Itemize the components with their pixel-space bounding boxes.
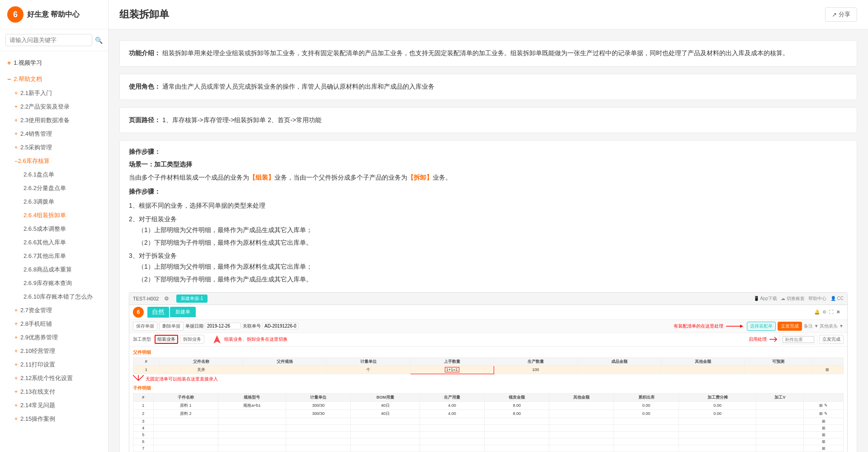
mock-section-label: 父件明细 — [133, 349, 844, 356]
table-row: 7⊞ — [133, 445, 844, 452]
sidebar-item-help-docs[interactable]: − 2.帮助文档 — [0, 72, 108, 86]
annotation4-text: 无固定清单可以组装在这里直接录入 — [146, 376, 218, 382]
main-body: 功能介绍： 组装拆卸单用来处理企业组装或拆卸等加工业务，支持有固定装配清单的产品… — [108, 29, 868, 452]
share-button[interactable]: ↗ 分享 — [825, 7, 857, 22]
sidebar-item-269[interactable]: 2.6.9库存账本查询 — [0, 276, 108, 290]
sidebar-item-214[interactable]: + 2.14常见问题 — [0, 399, 108, 412]
mock-btn-delete[interactable]: 删除单据 — [159, 322, 184, 331]
page-header: 组装拆卸单 ↗ 分享 — [108, 0, 868, 29]
share-icon: ↗ — [832, 11, 837, 18]
mock-type-disassemble[interactable]: 拆卸业务 — [180, 335, 204, 344]
mock-date-input[interactable] — [205, 323, 241, 329]
expand-icon-1: + — [7, 59, 11, 67]
sidebar-item-newbie[interactable]: + 2.1新手入门 — [0, 86, 108, 100]
mock-tab-new[interactable]: 新建单 — [170, 307, 196, 317]
sidebar: 6 好生意 帮助中心 🔍 + 1.视频学习 − 2.帮助文档 + 2.1新手入门 — [0, 0, 108, 452]
browser-right-icons: 📱 App下载 ☁ 切换账套 帮助中心 👤 CC — [754, 295, 844, 302]
sidebar-item-215[interactable]: + 2.15操作案例 — [0, 412, 108, 426]
search-button[interactable]: 🔍 — [95, 37, 103, 44]
steps-section: 操作步骤： 场景一：加工类型选择 当由多个子件材料组装成一个成品的业务为【组装】… — [119, 140, 857, 452]
search-input[interactable] — [5, 34, 92, 46]
mock-btn-save[interactable]: 保存单据 — [133, 322, 157, 331]
plus-icon-213: + — [14, 389, 18, 395]
annotation1-area: 有装配清单的在这里处理 选择装配单 — [674, 322, 776, 331]
browser-id: TEST-H002 — [133, 296, 159, 301]
table-row: 6⊞ — [133, 438, 844, 445]
scene1-title: 场景一：加工类型选择 — [129, 161, 848, 169]
mock-btn-confirm[interactable]: 立发完成 — [778, 322, 802, 331]
plus-icon-210: + — [14, 348, 18, 354]
step2-sub2: （2）下部明细为子件明细，最终作为原材料生成其它出库单。 — [138, 238, 848, 248]
scene1-desc: 当由多个子件材料组装成一个成品的业务为【组装】业务，当由一个父件拆分成多个子产品… — [129, 172, 848, 183]
table-row: 1 原料 1 规格a+b1 300/30 40日 4.00 8.00 0.00 — [133, 401, 844, 409]
mock-enable-field — [779, 335, 817, 344]
sidebar-item-212[interactable]: + 2.12系统个性化设置 — [0, 371, 108, 385]
browser-dots: ⚙ — [164, 295, 169, 302]
role-label: 使用角色： — [129, 83, 160, 90]
plus-icon-21: + — [14, 90, 18, 96]
step2-sub-list: （1）上部明细为父件明细，最终作为产成品生成其它入库单； （2）下部明细为子件明… — [129, 225, 848, 248]
mock-type-row: 加工类型 组装业务 拆卸业务 组装业务、拆卸业务在这里切换 — [129, 333, 847, 347]
role-section: 使用角色： 通常由生产人员或库管人员完成拆装业务的操作，库管人员确认原材料的出库… — [119, 74, 857, 100]
sidebar-item-data-prep[interactable]: + 2.3使用前数据准备 — [0, 114, 108, 127]
sidebar-nav: + 1.视频学习 − 2.帮助文档 + 2.1新手入门 + 2.2产品安装及登录 — [0, 51, 108, 452]
sidebar-item-28[interactable]: + 2.8手机旺辅 — [0, 317, 108, 331]
sidebar-item-2610[interactable]: 2.6.10库存账本错了怎么办 — [0, 290, 108, 304]
step-3: 3、对于拆装业务 （1）上部明细为父件明细，最终作为原材料生成其它出库单； （2… — [129, 251, 848, 285]
mock-enable-input[interactable] — [783, 336, 814, 343]
plus-icon-212: + — [14, 375, 18, 381]
role-text: 通常由生产人员或库管人员完成拆装业务的操作，库管人员确认原材料的出库和产成品的入… — [162, 83, 434, 90]
mock-nav-row: 6 自然 新建单 🔔⚙⛶✖ — [129, 305, 847, 320]
sidebar-item-inventory[interactable]: − 2.6库存核算 — [0, 154, 108, 168]
sidebar-item-264[interactable]: 2.6.4组装拆卸单 — [0, 209, 108, 222]
link-assemble: 【组装】 — [249, 174, 274, 181]
step3-sub-list: （1）上部明细为父件明细，最终作为原材料生成其它出库单； （2）下部明细为子件明… — [129, 262, 848, 285]
sidebar-item-install[interactable]: + 2.2产品安装及登录 — [0, 100, 108, 114]
mock-tab-nature[interactable]: 自然 — [147, 307, 169, 318]
plus-icon-22: + — [14, 104, 18, 110]
collapse-icon-2: − — [7, 76, 11, 83]
plus-icon-28: + — [14, 321, 18, 327]
sidebar-item-29[interactable]: + 2.9优惠券管理 — [0, 331, 108, 344]
mock-btn-select-bom[interactable]: 选择装配单 — [747, 322, 776, 331]
new-order-btn[interactable]: 新建单据-1 — [176, 295, 208, 303]
link-disassemble: 【拆卸】 — [407, 174, 433, 181]
sidebar-item-27[interactable]: + 2.7资金管理 — [0, 304, 108, 317]
sidebar-item-268[interactable]: 2.6.8商品成本重算 — [0, 263, 108, 276]
mock-assoc-input[interactable] — [262, 323, 298, 329]
screenshot-container: TEST-H002 ⚙ 新建单据-1 📱 App下载 ☁ 切换账套 帮助中心 👤… — [129, 292, 848, 452]
plus-icon-214: + — [14, 402, 18, 409]
sidebar-item-213[interactable]: + 2.13在线支付 — [0, 385, 108, 399]
nav-sub-help-docs: + 2.1新手入门 + 2.2产品安装及登录 + 2.3使用前数据准备 + 2.… — [0, 86, 108, 426]
sidebar-item-262[interactable]: 2.6.2分量盘点单 — [0, 181, 108, 195]
mock-app-logo: 6 — [133, 307, 144, 318]
parent-qty-cell: 1+1=1 — [445, 367, 459, 372]
plus-icon-215: + — [14, 416, 18, 422]
sidebar-item-purchase[interactable]: + 2.5采购管理 — [0, 141, 108, 154]
sidebar-item-265[interactable]: 2.6.5成本调整单 — [0, 222, 108, 236]
mock-enable-btn[interactable]: 立发完成 — [819, 335, 844, 344]
sidebar-item-210[interactable]: + 2.10经营管理 — [0, 344, 108, 358]
step-2: 2、对于组装业务 （1）上部明细为父件明细，最终作为产成品生成其它入库单； （2… — [129, 214, 848, 248]
sidebar-item-266[interactable]: 2.6.6其他入库单 — [0, 236, 108, 249]
sidebar-item-261[interactable]: 2.6.1盘点单 — [0, 168, 108, 181]
mock-parent-table: # 父件名称 父件规格 计量单位 上手数量 生产数量 成品金额 其他金额 可预测 — [133, 357, 844, 374]
plus-icon-29: + — [14, 334, 18, 341]
plus-icon-211: + — [14, 362, 18, 368]
func-intro-section: 功能介绍： 组装拆卸单用来处理企业组装或拆卸等加工业务，支持有固定装配清单的产品… — [119, 40, 857, 67]
sidebar-item-sales[interactable]: + 2.4销售管理 — [0, 127, 108, 141]
annotation2-area: 组装业务、拆卸业务在这里切换 — [212, 335, 288, 343]
mock-field-assoc: 关联单号 — [243, 323, 298, 329]
step-1: 1、根据不同的业务，选择不同单据的类型来处理 — [129, 200, 848, 211]
sidebar-item-video[interactable]: + 1.视频学习 — [0, 56, 108, 70]
sidebar-item-263[interactable]: 2.6.3调拨单 — [0, 195, 108, 209]
mock-tables-area: 父件明细 # 父件名称 父件规格 计量单位 上手数量 生产数量 — [129, 347, 847, 452]
sidebar-logo: 6 好生意 帮助中心 — [0, 0, 108, 29]
minus-icon-26: − — [14, 158, 18, 165]
step3-sub1: （1）上部明细为父件明细，最终作为原材料生成其它出库单； — [138, 262, 848, 272]
sidebar-item-267[interactable]: 2.6.7其他出库单 — [0, 249, 108, 263]
sidebar-item-211[interactable]: + 2.11打印设置 — [0, 358, 108, 371]
mock-type-assemble[interactable]: 组装业务 — [155, 335, 178, 344]
path-section: 页面路径： 1、库存核算->库存管理->组装拆卸单 2、首页->常用功能 — [119, 107, 857, 133]
mock-browser-bar: TEST-H002 ⚙ 新建单据-1 📱 App下载 ☁ 切换账套 帮助中心 👤… — [129, 293, 847, 305]
